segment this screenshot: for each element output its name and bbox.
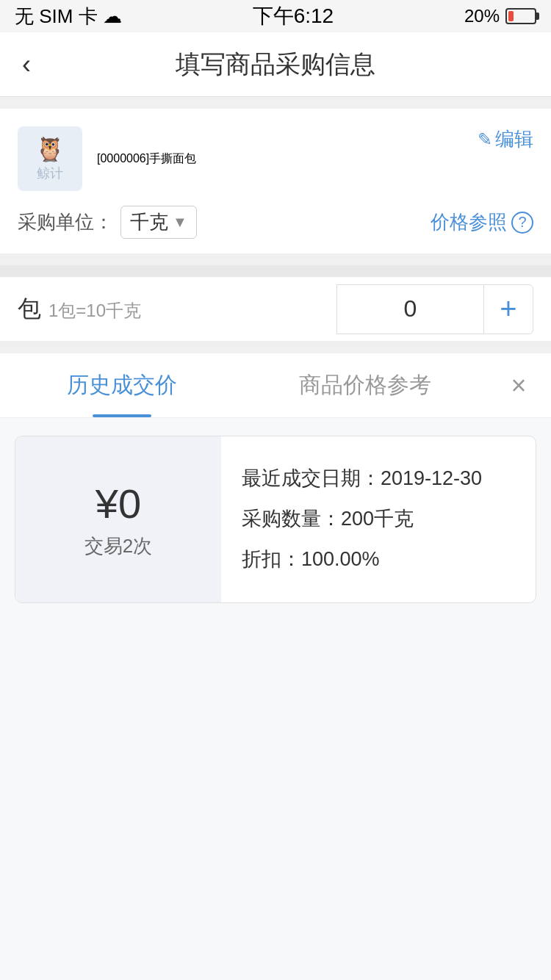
quantity-unit-info: 1包=10千克: [48, 299, 141, 323]
battery-percent: 20%: [464, 6, 500, 26]
quantity-controls: 0 +: [336, 284, 533, 334]
edit-icon: ✎: [478, 129, 492, 150]
tab-history-label: 历史成交价: [67, 370, 177, 400]
dropdown-arrow-icon: ▼: [173, 214, 187, 231]
product-left: 🦉 鲸计 [0000006]手撕面包: [18, 126, 196, 191]
status-left: 无 SIM 卡 ☁: [15, 4, 122, 29]
product-header: 🦉 鲸计 [0000006]手撕面包 ✎ 编辑: [18, 126, 533, 191]
tab-product-price-ref[interactable]: 商品价格参考: [243, 353, 486, 417]
product-image: 🦉 鲸计: [18, 126, 82, 191]
recent-date-label: 最近成交日期：: [242, 467, 381, 489]
sim-text: 无 SIM 卡 ☁: [15, 4, 122, 29]
history-purchase-qty: 采购数量：200千克: [242, 503, 515, 535]
purchase-qty-value: 200千克: [341, 508, 414, 530]
history-card: ¥0 交易2次 最近成交日期：2019-12-30 采购数量：200千克 折扣：…: [15, 436, 536, 603]
section-divider: [0, 265, 551, 277]
product-name: [0000006]手撕面包: [97, 151, 196, 167]
quantity-unit-label: 包: [18, 293, 41, 325]
history-card-left: ¥0 交易2次: [15, 436, 221, 602]
tabs-header: 历史成交价 商品价格参考 ×: [0, 353, 551, 418]
purchase-unit-left: 采购单位： 千克 ▼: [18, 206, 197, 239]
tab-price-ref-label: 商品价格参考: [299, 370, 431, 400]
product-title: 手撕面包: [149, 152, 196, 165]
owl-label: 鲸计: [37, 165, 63, 182]
status-right: 20%: [464, 6, 536, 26]
history-content: ¥0 交易2次 最近成交日期：2019-12-30 采购数量：200千克 折扣：…: [0, 418, 551, 621]
tab-close-button[interactable]: ×: [486, 353, 551, 418]
edit-label: 编辑: [495, 126, 533, 152]
status-time: 下午6:12: [253, 2, 334, 30]
history-transactions: 交易2次: [84, 533, 152, 559]
tabs-section: 历史成交价 商品价格参考 × ¥0 交易2次 最近成交日期：2019-12-30…: [0, 353, 551, 980]
page-title: 填写商品采购信息: [176, 48, 375, 82]
history-card-right: 最近成交日期：2019-12-30 采购数量：200千克 折扣：100.00%: [221, 436, 536, 602]
history-price: ¥0: [96, 480, 141, 527]
purchase-unit-row: 采购单位： 千克 ▼ 价格参照 ?: [18, 206, 533, 239]
recent-date-value: 2019-12-30: [381, 467, 482, 489]
history-discount: 折扣：100.00%: [242, 544, 515, 575]
edit-button[interactable]: ✎ 编辑: [478, 126, 533, 152]
discount-value: 100.00%: [301, 548, 380, 570]
quantity-row: 包 1包=10千克 0 +: [0, 277, 551, 342]
product-section: 🦉 鲸计 [0000006]手撕面包 ✎ 编辑 采购单位： 千克 ▼ 价格参照 …: [0, 109, 551, 253]
unit-dropdown[interactable]: 千克 ▼: [120, 206, 197, 239]
quantity-section: 包 1包=10千克 0 +: [0, 277, 551, 342]
purchase-qty-label: 采购数量：: [242, 508, 341, 530]
quantity-label-area: 包 1包=10千克: [18, 293, 336, 325]
product-id: [0000006]: [97, 152, 149, 165]
tab-active-indicator: [93, 414, 151, 417]
back-button[interactable]: ‹: [15, 42, 38, 87]
main-content-area: [0, 621, 551, 980]
price-reference-button[interactable]: 价格参照 ?: [431, 209, 533, 235]
unit-value: 千克: [130, 209, 168, 235]
help-icon: ?: [511, 212, 533, 234]
price-ref-label: 价格参照: [431, 209, 507, 235]
owl-icon: 🦉: [35, 135, 65, 163]
tab-history-price[interactable]: 历史成交价: [0, 353, 243, 417]
status-bar: 无 SIM 卡 ☁ 下午6:12 20%: [0, 0, 551, 32]
discount-label: 折扣：: [242, 548, 301, 570]
purchase-unit-label: 采购单位：: [18, 209, 113, 235]
quantity-plus-button[interactable]: +: [483, 284, 533, 334]
quantity-input[interactable]: 0: [336, 284, 483, 334]
history-recent-date: 最近成交日期：2019-12-30: [242, 463, 515, 494]
nav-bar: ‹ 填写商品采购信息: [0, 32, 551, 97]
battery-icon: [505, 8, 536, 24]
